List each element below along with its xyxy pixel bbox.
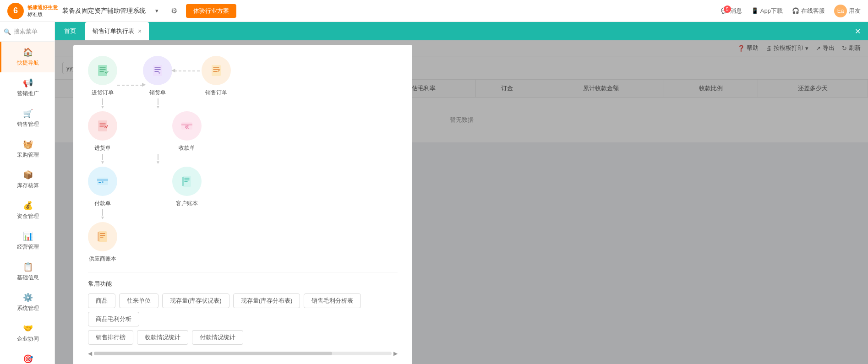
message-badge-wrap: 💬 5	[721, 7, 728, 14]
customer-ledger-label: 客户账本	[176, 200, 198, 207]
sales-bill-label: 销货单	[149, 89, 166, 97]
common-btn-partner[interactable]: 往来单位	[119, 293, 158, 308]
sidebar: 🔍 搜索菜单 🏠 快捷导航 📢 营销推广 🛒 销售管理 🧺 采购管理 📦 库存核…	[0, 22, 55, 364]
sidebar-item-newbie[interactable]: 🎯 新手引导	[0, 348, 55, 364]
app-download-btn[interactable]: 📱 App下载	[751, 7, 783, 15]
common-btn-payment-stat[interactable]: 付款情况统计	[192, 330, 243, 345]
common-btn-receipt-stat[interactable]: 收款情况统计	[137, 330, 188, 345]
sidebar-item-system[interactable]: ⚙️ 系统管理	[0, 287, 55, 318]
purchase-order-node[interactable]: 进货订单	[88, 56, 117, 97]
sidebar-label-system: 系统管理	[17, 304, 39, 312]
system-dropdown[interactable]: ▾	[151, 5, 162, 16]
popup-box: 进货订单 ▼ 进	[73, 45, 412, 364]
purchase-receipt-label: 进货单	[94, 144, 111, 152]
payment-icon: ¥	[88, 167, 117, 196]
svg-text:收: 收	[185, 125, 189, 129]
common-btn-sales-rank[interactable]: 销售排行榜	[88, 330, 133, 345]
h-arrows: ▶	[117, 56, 143, 102]
scroll-right-arrow[interactable]: ▶	[393, 350, 398, 357]
trial-button[interactable]: 体验行业方案	[186, 4, 236, 18]
arrow-down-sales-bill: ▼	[143, 97, 231, 111]
receipt-node[interactable]: 收 收款单	[172, 111, 202, 152]
tab-home[interactable]: 首页	[55, 22, 85, 40]
sidebar-item-marketing[interactable]: 📢 营销推广	[0, 72, 55, 103]
common-btn-stock-dist[interactable]: 现存量(库存分布表)	[233, 293, 300, 308]
scroll-thumb	[94, 352, 332, 355]
common-btn-goods-profit[interactable]: 商品毛利分析	[88, 312, 139, 326]
svg-rect-6	[98, 231, 107, 242]
h-arrow-1: ▶	[117, 69, 143, 102]
receipt-label: 收款单	[179, 144, 195, 152]
user-menu[interactable]: Ea 用友	[834, 5, 861, 17]
right-flow-col: 销货单 ◀	[143, 56, 231, 207]
sidebar-label-finance: 资金管理	[17, 212, 39, 220]
sales-icon: 🛒	[23, 109, 33, 119]
sidebar-item-base[interactable]: 📋 基础信息	[0, 256, 55, 287]
search-inner[interactable]: 🔍 搜索菜单	[4, 27, 51, 36]
message-badge: 5	[724, 5, 731, 13]
sidebar-label-sales: 销售管理	[17, 120, 39, 128]
payment-node[interactable]: ¥ 付款单	[88, 167, 117, 207]
flow-diagram: 进货订单 ▼ 进	[88, 56, 398, 263]
online-service-label: 在线客服	[801, 7, 825, 15]
tab-sales-order-exec[interactable]: 销售订单执行表 ×	[85, 22, 149, 40]
operation-icon: 📊	[23, 231, 33, 241]
phone-icon: 📱	[751, 7, 759, 14]
sidebar-search[interactable]: 🔍 搜索菜单	[0, 22, 55, 42]
customer-ledger-icon	[172, 167, 202, 196]
customer-ledger-node[interactable]: 客户账本	[172, 167, 202, 207]
scroll-left-arrow[interactable]: ◀	[88, 350, 92, 357]
svg-rect-7	[98, 232, 99, 241]
supplier-ledger-icon	[88, 222, 117, 251]
sidebar-item-enterprise[interactable]: 🤝 企业协同	[0, 318, 55, 348]
svg-rect-13	[183, 176, 191, 187]
inventory-icon: 📦	[23, 170, 33, 180]
common-btn-sales-profit[interactable]: 销售毛利分析表	[304, 293, 361, 308]
logo-icon: 6	[7, 3, 24, 19]
purchase-receipt-node[interactable]: 进货单	[88, 111, 117, 152]
sales-order-node[interactable]: 销售订单	[202, 56, 231, 97]
scroll-track[interactable]	[94, 352, 392, 355]
common-btns-row1: 商品 往来单位 现存量(库存状况表) 现存量(库存分布表) 销售毛利分析表 商品…	[88, 293, 398, 326]
sidebar-item-sales[interactable]: 🛒 销售管理	[0, 103, 55, 134]
newbie-icon: 🎯	[23, 354, 33, 364]
tab-bar: 首页 销售订单执行表 × ✕	[55, 22, 868, 40]
payment-label: 付款单	[94, 200, 111, 207]
header-center: 装备及固定资产辅助管理系统 ▾ ⚙ 体验行业方案	[62, 4, 721, 18]
purchase-order-label: 进货订单	[92, 89, 114, 97]
sidebar-label-base: 基础信息	[17, 274, 39, 282]
online-service-btn[interactable]: 🎧 在线客服	[792, 7, 825, 15]
left-flow-col: 进货订单 ▼ 进	[88, 56, 117, 263]
svg-rect-0	[98, 65, 107, 76]
avatar: Ea	[834, 5, 847, 17]
settings-icon[interactable]: ⚙	[168, 5, 180, 17]
arrow-down-receipt: ▼	[143, 152, 231, 167]
supplier-ledger-node[interactable]: 供应商账本	[88, 222, 117, 263]
tab-home-label: 首页	[64, 27, 76, 35]
purchase-order-icon	[88, 56, 117, 85]
sales-row: 销货单 ◀	[143, 56, 231, 97]
sidebar-item-inventory[interactable]: 📦 库存核算	[0, 164, 55, 195]
common-btn-stock-status[interactable]: 现存量(库存状况表)	[162, 293, 229, 308]
receipt-icon: 收	[172, 111, 202, 141]
common-title: 常用功能	[88, 280, 398, 288]
sidebar-item-finance[interactable]: 💰 资金管理	[0, 195, 55, 226]
sidebar-item-purchase[interactable]: 🧺 采购管理	[0, 134, 55, 164]
customer-row: 客户账本	[172, 167, 202, 207]
sidebar-item-operation[interactable]: 📊 经营管理	[0, 226, 55, 256]
svg-rect-8	[153, 65, 162, 76]
page-content: ❓ 帮助 🖨 按模板打印 ▾ ↗ 导出 ↻ 刷新	[55, 40, 868, 364]
message-btn[interactable]: 💬 5 消息	[721, 7, 742, 15]
tab-close-icon[interactable]: ×	[138, 27, 142, 35]
sidebar-item-quick-nav[interactable]: 🏠 快捷导航	[0, 42, 55, 72]
popup-overlay[interactable]: 进货订单 ▼ 进	[55, 40, 868, 364]
sales-bill-icon	[143, 56, 172, 85]
common-btn-goods[interactable]: 商品	[88, 293, 115, 308]
purchase-receipt-icon	[88, 111, 117, 141]
sales-order-icon	[202, 56, 231, 85]
svg-rect-4	[98, 182, 101, 183]
window-close-btn[interactable]: ✕	[855, 27, 861, 36]
receipt-row: 收 收款单	[172, 111, 202, 152]
sidebar-label-operation: 经营管理	[17, 243, 39, 251]
sales-bill-node[interactable]: 销货单	[143, 56, 172, 97]
